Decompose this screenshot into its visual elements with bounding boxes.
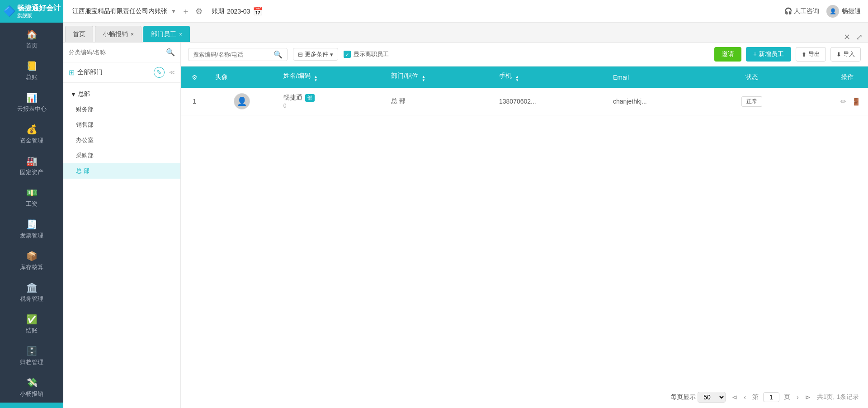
calendar-icon[interactable]: 📅 — [253, 6, 263, 16]
support-label[interactable]: 🎧 人工咨询 — [784, 7, 819, 15]
add-dept-button[interactable]: ✎ — [154, 67, 165, 78]
page-next-button[interactable]: › — [795, 393, 801, 402]
page-total: 共1页, 1条记录 — [817, 393, 859, 401]
tab-department-close[interactable]: × — [179, 31, 182, 38]
sort-phone-icon: ▲▼ — [515, 75, 519, 82]
row-actions: ✏ 🚪 — [791, 88, 868, 115]
company-name: 江西服宝精品有限责任公司内账张 — [72, 7, 167, 15]
page-last-button[interactable]: ⊳ — [803, 393, 812, 402]
sidebar-item-settings[interactable]: ⚙️ 基础设置 — [0, 403, 63, 408]
filter-icon: ⊟ — [298, 51, 303, 58]
sidebar-item-reports[interactable]: 📊 云报表中心 — [0, 86, 63, 118]
archive-icon: 🗄️ — [26, 346, 38, 356]
employee-dept-tag: 部 — [305, 94, 315, 102]
home-icon: 🏠 — [26, 29, 38, 40]
collapse-panel-button[interactable]: ≪ — [169, 69, 175, 76]
logout-icon[interactable]: 🚪 — [852, 97, 861, 106]
sidebar-item-inventory[interactable]: 📦 库存核算 — [0, 244, 63, 276]
page-first-button[interactable]: ⊲ — [730, 393, 739, 402]
sidebar-label-tax: 税务管理 — [20, 295, 43, 303]
dept-node-office[interactable]: 办公室 — [63, 133, 180, 148]
page-label: 第 — [750, 392, 760, 402]
employee-search-icon[interactable]: 🔍 — [274, 50, 283, 59]
show-resigned-checkbox[interactable]: ✓ — [344, 51, 351, 58]
ledger-icon: 📒 — [26, 61, 38, 71]
sidebar-item-assets[interactable]: 🏭 固定资产 — [0, 149, 63, 181]
sidebar-label-archive: 归档管理 — [20, 358, 43, 366]
sidebar-item-funds[interactable]: 💰 资金管理 — [0, 118, 63, 149]
sidebar-item-closeout[interactable]: ✅ 结账 — [0, 308, 63, 339]
add-employee-button[interactable]: + 新增员工 — [746, 47, 791, 62]
show-resigned-toggle[interactable]: ✓ 显示离职员工 — [344, 50, 389, 58]
edit-icon[interactable]: ✏ — [840, 97, 846, 106]
tab-department[interactable]: 部门员工 × — [143, 26, 190, 42]
employee-table-container: ⚙ 头像 姓名/编码 ▲▼ 部门/职位 ▲▼ — [181, 66, 868, 386]
page-navigation: ⊲ ‹ 第 页 › ⊳ — [730, 392, 812, 402]
row-email: chanjethkj... — [606, 88, 712, 115]
invite-button[interactable]: 邀请 — [714, 47, 741, 62]
tab-department-label: 部门员工 — [151, 30, 176, 38]
col-status: 状态 — [713, 66, 791, 88]
employee-search-input[interactable] — [193, 51, 271, 58]
table-header-row: ⚙ 头像 姓名/编码 ▲▼ 部门/职位 ▲▼ — [181, 66, 868, 88]
logo-sub: 旗舰版 — [17, 13, 61, 19]
row-avatar: 👤 — [208, 88, 276, 115]
table-row: 1 👤 畅捷通 — [181, 88, 868, 115]
tab-home[interactable]: 首页 — [65, 26, 93, 42]
invoice-icon: 🧾 — [26, 219, 38, 230]
logo-text: 畅捷通好会计 — [17, 4, 61, 12]
sidebar: 🏠 首页 📒 总账 📊 云报表中心 💰 资金管理 🏭 固定资产 💵 工资 🧾 发… — [0, 23, 63, 408]
sidebar-item-archive[interactable]: 🗄️ 归档管理 — [0, 339, 63, 371]
tab-expand-icon[interactable]: ⤢ — [856, 32, 863, 42]
page-size-label: 每页显示 — [670, 393, 696, 401]
page-size-selector: 每页显示 10 20 50 100 — [670, 392, 726, 403]
sidebar-item-tax[interactable]: 🏛️ 税务管理 — [0, 276, 63, 308]
import-button[interactable]: ⬇ 导入 — [830, 47, 861, 62]
user-name: 畅捷通 — [842, 7, 861, 15]
add-button[interactable]: ＋ — [182, 6, 190, 17]
dept-node-sales[interactable]: 销售部 — [63, 117, 180, 133]
tab-expense[interactable]: 小畅报销 × — [95, 26, 142, 42]
sidebar-item-invoice[interactable]: 🧾 发票管理 — [0, 213, 63, 244]
col-dept-position[interactable]: 部门/职位 ▲▼ — [384, 66, 492, 88]
department-panel: 🔍 ⊞ 全部部门 ✎ ≪ ▼ 总部 财务部 — [63, 43, 181, 408]
sidebar-label-closeout: 结账 — [26, 327, 38, 335]
sidebar-item-expense[interactable]: 💸 小畅报销 — [0, 371, 63, 403]
sidebar-item-salary[interactable]: 💵 工资 — [0, 181, 63, 213]
dept-node-headquarters[interactable]: ▼ 总部 — [63, 86, 180, 102]
page-size-select[interactable]: 10 20 50 100 — [698, 392, 726, 403]
sidebar-label-funds: 资金管理 — [20, 137, 43, 145]
dept-search-input[interactable] — [69, 49, 163, 56]
sidebar-label-invoice: 发票管理 — [20, 232, 43, 240]
more-filter-button[interactable]: ⊟ 更多条件 ▾ — [293, 48, 338, 61]
sidebar-label-reports: 云报表中心 — [17, 105, 47, 113]
dept-node-procurement[interactable]: 采购部 — [63, 148, 180, 163]
tax-icon: 🏛️ — [26, 282, 38, 293]
dept-tree: ▼ 总部 财务部 销售部 办公室 采购部 — [63, 83, 180, 408]
settings-button[interactable]: ⚙ — [195, 6, 203, 16]
period-value: 2023-03 — [227, 8, 250, 15]
page-input[interactable] — [763, 392, 779, 402]
col-phone[interactable]: 手机 ▲▼ — [492, 66, 606, 88]
closeout-icon: ✅ — [26, 314, 38, 325]
tabs-bar: 首页 小畅报销 × 部门员工 × ✕ ⤢ — [63, 23, 868, 43]
company-selector[interactable]: 江西服宝精品有限责任公司内账张 ▼ — [72, 7, 176, 15]
row-phone: 138070602... — [492, 88, 606, 115]
tab-expense-close[interactable]: × — [131, 31, 134, 38]
tab-close-icon[interactable]: ✕ — [844, 32, 850, 42]
col-name-code[interactable]: 姓名/编码 ▲▼ — [276, 66, 384, 88]
employee-toolbar: 🔍 ⊟ 更多条件 ▾ ✓ 显示离职员工 邀请 + 新增员工 — [181, 43, 868, 66]
row-dept: 总 部 — [384, 88, 492, 115]
sidebar-item-home[interactable]: 🏠 首页 — [0, 23, 63, 54]
export-button[interactable]: ⬆ 导出 — [796, 47, 826, 62]
dept-node-general[interactable]: 总 部 — [63, 163, 180, 179]
show-resigned-label: 显示离职员工 — [354, 50, 389, 58]
dept-node-finance[interactable]: 财务部 — [63, 102, 180, 117]
dept-search-icon[interactable]: 🔍 — [166, 48, 175, 57]
import-label: 导入 — [843, 50, 855, 58]
sidebar-item-ledger[interactable]: 📒 总账 — [0, 54, 63, 86]
page-prev-button[interactable]: ‹ — [742, 393, 748, 402]
col-settings[interactable]: ⚙ — [181, 66, 208, 88]
all-dept-label: 全部部门 — [77, 68, 103, 76]
export-label: 导出 — [808, 50, 820, 58]
